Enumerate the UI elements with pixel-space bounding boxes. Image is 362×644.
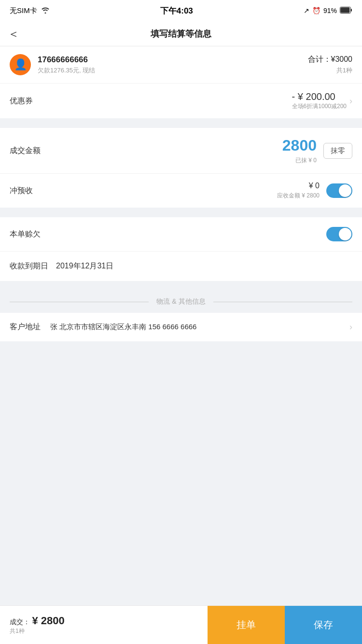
customer-avatar: 👤 [10, 54, 31, 75]
section-gap-1 [0, 123, 362, 128]
coupon-detail: 全场6折满1000减200 [292, 102, 347, 111]
customer-sub: 欠款1276.35元, 现结 [38, 66, 308, 75]
customer-phone: 17666666666 [38, 55, 308, 65]
due-date-row: 收款到期日 2019年12月31日 [0, 251, 362, 281]
footer-info: 成交： ¥ 2800 共1种 [0, 606, 208, 644]
save-button[interactable]: 保存 [285, 606, 362, 644]
precollect-right: ¥ 0 应收金额 ¥ 2800 [277, 182, 352, 200]
amount-right: 2800 已抹 ¥ 0 抹零 [282, 137, 352, 165]
coupon-label: 优惠券 [10, 96, 33, 106]
nav-title: 填写结算等信息 [151, 28, 211, 40]
due-date-label: 收款到期日 [10, 261, 48, 271]
transaction-label: 成交金额 [10, 146, 41, 156]
logistics-line-right [213, 302, 352, 302]
location-icon: ↗ [304, 7, 309, 14]
coupon-chevron-icon: › [349, 96, 352, 106]
coupon-right: - ¥ 200.00 全场6折满1000减200 › [292, 91, 352, 111]
footer-sub: 共1种 [10, 627, 198, 635]
debt-section: 本单赊欠 收款到期日 2019年12月31日 [0, 217, 362, 281]
total-amount: 合计：¥3000 [308, 55, 353, 65]
coupon-discount: - ¥ 200.00 [292, 91, 347, 102]
nav-bar: ＜ 填写结算等信息 [0, 21, 362, 46]
precollect-label: 冲预收 [10, 186, 33, 196]
logistics-header: 物流 & 其他信息 [0, 291, 362, 313]
address-section: 客户地址 张 北京市市辖区海淀区永丰南 156 6666 6666 › [0, 313, 362, 341]
status-bar: 无SIM卡 下午4:03 ↗ ⏰ 91% [0, 0, 362, 21]
precollect-value: ¥ 0 [277, 182, 320, 190]
section-gap-4 [0, 346, 362, 404]
customer-info: 17666666666 欠款1276.35元, 现结 [38, 55, 308, 75]
status-left: 无SIM卡 [10, 6, 50, 15]
avatar-icon: 👤 [14, 58, 27, 71]
amount-row: 成交金额 2800 已抹 ¥ 0 抹零 [0, 128, 362, 173]
status-right: ↗ ⏰ 91% [304, 7, 352, 15]
hold-button[interactable]: 挂单 [208, 606, 285, 644]
alarm-icon: ⏰ [312, 7, 320, 14]
footer-deal-label: 成交： [10, 618, 30, 626]
debt-row: 本单赊欠 [0, 217, 362, 251]
wifi-icon [41, 7, 50, 15]
coupon-row[interactable]: 优惠券 - ¥ 200.00 全场6折满1000减200 › [0, 83, 362, 118]
debt-toggle[interactable] [326, 227, 352, 241]
debt-label: 本单赊欠 [10, 229, 41, 239]
footer-deal-row: 成交： ¥ 2800 [10, 615, 198, 627]
precollect-toggle[interactable] [326, 183, 352, 198]
carrier-text: 无SIM卡 [10, 6, 37, 15]
back-button[interactable]: ＜ [8, 26, 19, 42]
customer-total: 合计：¥3000 共1种 [308, 55, 353, 75]
total-sub: 共1种 [308, 66, 353, 75]
precollect-amounts: ¥ 0 应收金额 ¥ 2800 [277, 182, 320, 200]
address-label: 客户地址 [10, 322, 41, 332]
battery-icon [340, 7, 352, 15]
section-gap-3 [0, 286, 362, 291]
logistics-line-left [10, 302, 149, 302]
address-value: 张 北京市市辖区海淀区永丰南 156 6666 6666 [50, 322, 349, 333]
status-time: 下午4:03 [160, 5, 193, 16]
toggle-knob [339, 184, 351, 197]
customer-section: 👤 17666666666 欠款1276.35元, 现结 合计：¥3000 共1… [0, 46, 362, 118]
svg-rect-1 [340, 7, 349, 13]
round-button[interactable]: 抹零 [323, 143, 352, 159]
battery-text: 91% [323, 7, 337, 14]
section-gap-2 [0, 212, 362, 217]
precollect-row: 冲预收 ¥ 0 应收金额 ¥ 2800 [0, 173, 362, 208]
precollect-sub: 应收金额 ¥ 2800 [277, 192, 320, 200]
address-chevron-icon: › [349, 322, 352, 332]
due-date-value: 2019年12月31日 [56, 261, 113, 271]
transaction-section: 成交金额 2800 已抹 ¥ 0 抹零 冲预收 ¥ 0 应收金额 ¥ 2800 [0, 128, 362, 208]
debt-toggle-knob [339, 228, 351, 240]
content: 👤 17666666666 欠款1276.35元, 现结 合计：¥3000 共1… [0, 46, 362, 448]
customer-row: 👤 17666666666 欠款1276.35元, 现结 合计：¥3000 共1… [0, 46, 362, 83]
transaction-value: 2800 [282, 137, 317, 154]
address-row[interactable]: 客户地址 张 北京市市辖区海淀区永丰南 156 6666 6666 › [0, 313, 362, 341]
footer: 成交： ¥ 2800 共1种 挂单 保存 [0, 605, 362, 644]
logistics-text: 物流 & 其他信息 [149, 297, 213, 306]
footer-amount: ¥ 2800 [32, 615, 64, 627]
transaction-sub: 已抹 ¥ 0 [282, 156, 317, 165]
